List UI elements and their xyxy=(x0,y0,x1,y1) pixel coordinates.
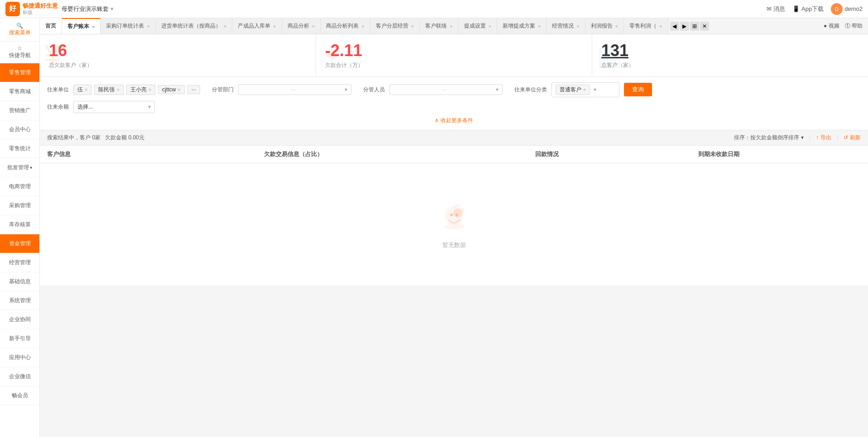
stat-total-all-customers: ▦ 131 总客户（家） xyxy=(592,34,868,76)
tab-close-icon[interactable]: × xyxy=(576,24,579,29)
tag-remove-btn[interactable]: × xyxy=(583,87,586,92)
sidebar-item-retail-stats[interactable]: 零售统计 xyxy=(0,139,39,158)
tab-profit-report[interactable]: 利润报告 × xyxy=(585,18,624,34)
search-icon: 🔍 xyxy=(16,23,23,29)
app-name: 畅捷通好生意 xyxy=(23,2,58,10)
tab-home[interactable]: 首页 xyxy=(40,18,62,34)
tab-close-icon[interactable]: × xyxy=(224,24,226,29)
sidebar-item-purchase[interactable]: 采购管理 xyxy=(0,196,39,215)
tab-operation-status[interactable]: 经营情况 × xyxy=(547,18,585,34)
sort-selector[interactable]: 排序：按欠款金额倒序排序 ▾ xyxy=(734,134,804,142)
help-btn[interactable]: ① 帮助 xyxy=(845,22,863,30)
star-icon: ☆ xyxy=(17,45,22,52)
sidebar-item-super-member[interactable]: 畅会员 xyxy=(0,386,39,405)
collapse-button[interactable]: ∧ 收起更多条件 xyxy=(47,117,861,124)
tab-close-icon[interactable]: × xyxy=(361,24,364,29)
refresh-button[interactable]: ↺ 刷新 xyxy=(844,134,861,142)
video-btn[interactable]: ● 视频 xyxy=(824,22,839,30)
chevron-down-icon: ▾ xyxy=(110,5,114,12)
tab-retail-profit[interactable]: 零售利润（ × xyxy=(624,18,668,34)
tab-customer-connect[interactable]: 客户联络 × xyxy=(420,18,458,34)
tab-prev-btn[interactable]: ◀ xyxy=(670,22,679,31)
dept-select[interactable]: ··· ▾ xyxy=(238,84,351,95)
tab-close-icon[interactable]: × xyxy=(92,24,95,29)
svg-point-3 xyxy=(450,214,453,216)
app-download-btn[interactable]: 📱 App下载 xyxy=(792,5,824,13)
sidebar-item-enterprise-collab[interactable]: 企业协同 xyxy=(0,310,39,329)
sidebar-item-wholesale[interactable]: 批发管理 ▾ xyxy=(0,158,39,177)
balance-select[interactable]: 选择... ▾ xyxy=(73,101,155,113)
tag-remove-btn[interactable]: × xyxy=(85,87,87,92)
tab-close-icon[interactable]: × xyxy=(615,24,618,29)
tab-close-icon[interactable]: × xyxy=(450,24,452,29)
sidebar-item-label: 资金管理 xyxy=(9,240,31,247)
message-btn[interactable]: ✉ 消息 xyxy=(767,5,785,13)
tab-reminder-settings[interactable]: 提成设置 × xyxy=(459,18,497,34)
sidebar-item-ecommerce[interactable]: 电商管理 xyxy=(0,177,39,196)
account-selector[interactable]: 母婴行业演示账套 ▾ xyxy=(62,5,114,13)
account-name: 母婴行业演示账套 xyxy=(62,5,109,13)
empty-icon xyxy=(436,200,472,236)
unit-tag-wu: 伍 × xyxy=(73,85,91,95)
table-header-col-1: 客户信息 xyxy=(47,150,264,158)
tag-remove-btn[interactable]: × xyxy=(177,87,180,92)
sidebar-quick-nav[interactable]: ☆ 快捷导航 xyxy=(0,42,39,63)
tab-close-icon[interactable]: × xyxy=(411,24,414,29)
sidebar-item-basic-info[interactable]: 基础信息 xyxy=(0,272,39,291)
export-button[interactable]: ↑ 导出 xyxy=(816,134,831,142)
logo-icon: 好 xyxy=(5,2,20,16)
sidebar-item-member[interactable]: 会员中心 xyxy=(0,120,39,139)
tab-add-achievement[interactable]: 新增提成方案 × xyxy=(497,18,547,34)
sort-label: 排序：按欠款金额倒序排序 xyxy=(734,134,799,142)
sidebar-item-app-center[interactable]: 应用中心 xyxy=(0,348,39,367)
tab-close-icon[interactable]: × xyxy=(659,24,662,29)
tag-remove-btn[interactable]: × xyxy=(149,87,151,92)
unit-type-label: 往来单位分类 xyxy=(514,86,547,94)
sidebar-item-new-user[interactable]: 新手引导 xyxy=(0,329,39,348)
sidebar-item-retail-mall[interactable]: 零售商城 xyxy=(0,82,39,101)
content-area: 首页 客户账本 × 采购订单统计表 × 进货单统计表（按商品） × 产成品入库单… xyxy=(40,18,868,437)
tab-next-btn[interactable]: ▶ xyxy=(680,22,689,31)
sidebar-item-system[interactable]: 系统管理 xyxy=(0,291,39,310)
tab-customer-book[interactable]: 客户账本 × xyxy=(62,18,101,34)
person-label: 分管人员 xyxy=(363,86,385,94)
arrow-icon: ▾ xyxy=(30,165,32,170)
tab-product-inbound[interactable]: 产成品入库单 × xyxy=(232,18,282,34)
tab-bar: 首页 客户账本 × 采购订单统计表 × 进货单统计表（按商品） × 产成品入库单… xyxy=(40,18,868,34)
tab-product-analysis[interactable]: 商品分析 × xyxy=(282,18,321,34)
unit-type-select[interactable]: 普通客户 × ▾ xyxy=(551,82,619,97)
unit-tag-more[interactable]: ··· xyxy=(187,85,200,94)
sidebar-item-label: 零售商城 xyxy=(9,88,31,95)
user-avatar-area[interactable]: D demo2 xyxy=(831,3,863,15)
tab-close-all-btn[interactable]: ✕ xyxy=(700,22,709,31)
tab-label: 商品分析 xyxy=(288,22,309,30)
sidebar-item-retail[interactable]: 零售管理 xyxy=(0,63,39,82)
divider: | xyxy=(809,134,810,141)
tab-customer-segment[interactable]: 客户分层经营 × xyxy=(370,18,420,34)
tab-inbound-stats[interactable]: 进货单统计表（按商品） × xyxy=(156,18,232,34)
tab-menu-btn[interactable]: ⊞ xyxy=(690,22,699,31)
sidebar-item-inventory[interactable]: 库存核算 xyxy=(0,215,39,234)
tab-close-icon[interactable]: × xyxy=(273,24,276,29)
tab-close-icon[interactable]: × xyxy=(147,24,149,29)
unit-tag-chen: 陈民强 × xyxy=(94,85,123,95)
dept-label: 分管部门 xyxy=(212,86,234,94)
sidebar-item-finance[interactable]: 资金管理 xyxy=(0,234,39,253)
sidebar-item-marketing[interactable]: 营销推广 xyxy=(0,101,39,120)
tab-purchase-order[interactable]: 采购订单统计表 × xyxy=(101,18,155,34)
tab-product-analysis-list[interactable]: 商品分析列表 × xyxy=(321,18,370,34)
sidebar-item-label: 采购管理 xyxy=(9,202,31,209)
sidebar-item-label: 基础信息 xyxy=(9,278,31,285)
query-button[interactable]: 查询 xyxy=(624,83,652,96)
tag-remove-btn[interactable]: × xyxy=(116,87,119,92)
export-label: 导出 xyxy=(820,134,831,142)
tab-close-icon[interactable]: × xyxy=(538,24,541,29)
tab-close-icon[interactable]: × xyxy=(312,24,315,29)
tab-close-icon[interactable]: × xyxy=(489,24,491,29)
sidebar-item-enterprise-wechat[interactable]: 企业微信 xyxy=(0,367,39,386)
app-sub: 标版 xyxy=(23,10,58,15)
results-bar: 搜索结果中，客户 0家 欠款金额 0.00元 排序：按欠款金额倒序排序 ▾ | … xyxy=(40,130,868,146)
person-select[interactable]: ··· ▾ xyxy=(389,84,503,95)
sidebar-item-operations[interactable]: 经营管理 xyxy=(0,253,39,272)
sidebar-search[interactable]: 🔍 搜索菜单 xyxy=(0,18,39,42)
